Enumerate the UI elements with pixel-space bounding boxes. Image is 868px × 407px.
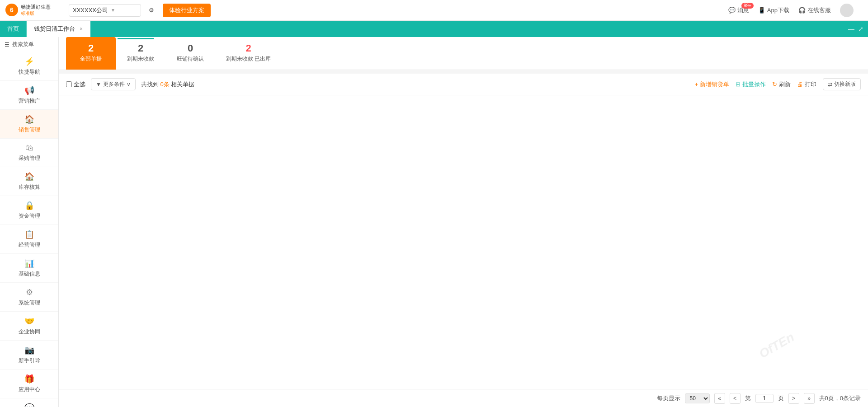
guide-icon: 📷: [24, 345, 34, 355]
expand-tab-icon[interactable]: ⤢: [858, 25, 863, 33]
page-number-input[interactable]: [755, 394, 774, 403]
page-size-select[interactable]: 50 100 200: [685, 393, 710, 403]
stats-tab-wangpu[interactable]: 0 旺铺待确认: [165, 37, 215, 70]
sidebar-label: 系统管理: [19, 299, 40, 307]
sidebar-item-wecom[interactable]: 💬 企业微信: [0, 398, 58, 407]
page-label: 第: [745, 394, 751, 402]
sidebar-item-operations[interactable]: 📋 经营管理: [0, 225, 58, 254]
finance-icon: 🔒: [24, 201, 34, 211]
menu-icon: ☰: [5, 42, 9, 48]
print-button[interactable]: 🖨 打印: [797, 80, 816, 89]
sidebar-item-app-center[interactable]: 🎁 应用中心: [0, 370, 58, 398]
sidebar: ☰ 搜索菜单 ⚡ 快捷导航 📢 营销推广 🏠 销售管理 🛍 采购管理 🏠 库存核…: [0, 37, 59, 407]
sidebar-item-enterprise[interactable]: 🤝 企业协同: [0, 312, 58, 341]
app-center-icon: 🎁: [24, 374, 34, 384]
sidebar-item-finance[interactable]: 🔒 资金管理: [0, 196, 58, 225]
page-unit: 页: [778, 394, 784, 402]
settings-icon[interactable]: ⚙: [145, 4, 158, 17]
sidebar-item-guide[interactable]: 📷 新手引导: [0, 341, 58, 370]
sidebar-label: 库存核算: [19, 183, 40, 191]
sidebar-label: 经营管理: [19, 241, 40, 249]
select-all-checkbox[interactable]: 全选: [66, 80, 85, 89]
select-all-label: 全选: [74, 80, 85, 89]
all-label: 全部单据: [80, 55, 102, 63]
switch-label: 切换新版: [834, 80, 856, 88]
system-icon: ⚙: [26, 287, 33, 297]
notification-badge: 99+: [741, 3, 754, 9]
chevron-down-icon: ▼: [111, 8, 115, 13]
company-name: XXXXXX公司: [73, 6, 108, 14]
sidebar-label: 快捷导航: [19, 68, 40, 76]
sidebar-label: 销售管理: [19, 126, 40, 134]
minimize-tab-icon[interactable]: —: [848, 25, 854, 33]
sidebar-item-basic-info[interactable]: 📊 基础信息: [0, 254, 58, 283]
top-header: 6 畅捷通好生意 标准版 XXXXXX公司 ▼ ⚙ 体验行业方案 💬 消息 99…: [0, 0, 868, 21]
content-area: 2 全部单据 2 到期未收款 0 旺铺待确认 2 到期未收款 已出库 全选: [59, 37, 868, 407]
switch-icon: ⇄: [828, 81, 832, 88]
tab-navigation: 首页 钱货日清工作台 × — ⤢: [0, 21, 868, 37]
total-records: 共0页，0条记录: [819, 394, 861, 402]
found-count: 0条: [160, 81, 170, 88]
prev-page-button[interactable]: <: [730, 393, 741, 404]
wangpu-count: 0: [188, 42, 193, 54]
sidebar-item-system[interactable]: ⚙ 系统管理: [0, 283, 58, 312]
next-page-button[interactable]: >: [788, 393, 799, 404]
sidebar-label: 应用中心: [19, 386, 40, 393]
app-download-button[interactable]: 📱 App下载: [758, 6, 789, 14]
stats-tab-all[interactable]: 2 全部单据: [66, 37, 116, 70]
trial-button[interactable]: 体验行业方案: [163, 4, 211, 17]
headset-icon: 🎧: [798, 7, 806, 14]
sidebar-label: 基础信息: [19, 270, 40, 278]
download-icon: 📱: [758, 7, 765, 14]
new-order-button[interactable]: + 新增销货单: [695, 80, 729, 89]
sidebar-label: 资金管理: [19, 212, 40, 220]
batch-operation-button[interactable]: ⊞ 批量操作: [736, 80, 766, 89]
switch-version-button[interactable]: ⇄ 切换新版: [823, 78, 861, 90]
toolbar-right: + 新增销货单 ⊞ 批量操作 ↻ 刷新 🖨 打印 ⇄ 切换新版: [695, 78, 861, 90]
overdue-count: 2: [138, 42, 143, 54]
refresh-button[interactable]: ↻ 刷新: [772, 80, 791, 89]
messages-button[interactable]: 💬 消息 99+: [728, 6, 749, 14]
stats-tab-overdue[interactable]: 2 到期未收款: [116, 37, 165, 70]
sidebar-label: 新手引导: [19, 357, 40, 365]
overdue-out-count: 2: [246, 42, 251, 54]
quick-nav-icon: ⚡: [24, 56, 34, 66]
sidebar-item-sales[interactable]: 🏠 销售管理: [0, 110, 58, 139]
first-page-button[interactable]: «: [714, 393, 725, 404]
message-icon: 💬: [728, 7, 736, 14]
operations-icon: 📋: [24, 229, 34, 239]
tab-close-icon[interactable]: ×: [80, 26, 83, 32]
tab-indicator: [118, 38, 154, 39]
select-all-input[interactable]: [66, 81, 72, 87]
filter-button[interactable]: ▼ 更多条件 ∨: [91, 78, 136, 90]
wecom-icon: 💬: [24, 403, 34, 407]
sidebar-item-marketing[interactable]: 📢 营销推广: [0, 81, 58, 110]
tab-home[interactable]: 首页: [0, 21, 27, 37]
company-selector[interactable]: XXXXXX公司 ▼: [69, 4, 141, 17]
sidebar-item-inventory[interactable]: 🏠 库存核算: [0, 167, 58, 196]
wangpu-label: 旺铺待确认: [177, 55, 204, 63]
page-size-label: 每页显示: [657, 394, 680, 402]
enterprise-icon: 🤝: [24, 316, 34, 326]
search-menu-label: 搜索菜单: [12, 41, 34, 48]
last-page-button[interactable]: »: [804, 393, 815, 404]
stats-tabs: 2 全部单据 2 到期未收款 0 旺铺待确认 2 到期未收款 已出库: [59, 37, 868, 70]
online-service-button[interactable]: 🎧 在线客服: [798, 6, 831, 14]
search-menu-button[interactable]: ☰ 搜索菜单: [0, 37, 58, 52]
sales-icon: 🏠: [24, 114, 34, 124]
sidebar-label: 企业协同: [19, 328, 40, 336]
found-text: 共找到 0条 相关单据: [141, 80, 194, 89]
filter-icon: ▼: [96, 81, 101, 88]
stats-tab-overdue-out[interactable]: 2 到期未收款 已出库: [215, 37, 282, 70]
sidebar-item-purchase[interactable]: 🛍 采购管理: [0, 139, 58, 167]
sidebar-item-quick-nav[interactable]: ⚡ 快捷导航: [0, 52, 58, 81]
pagination: 每页显示 50 100 200 « < 第 页 > » 共0页，0条记录: [59, 389, 868, 407]
marketing-icon: 📢: [24, 85, 34, 95]
app-name: 畅捷通好生意: [21, 4, 51, 10]
overdue-label: 到期未收款: [127, 55, 154, 63]
main-layout: ☰ 搜索菜单 ⚡ 快捷导航 📢 营销推广 🏠 销售管理 🛍 采购管理 🏠 库存核…: [0, 37, 868, 407]
table-area: [59, 95, 868, 389]
sidebar-label: 采购管理: [19, 154, 40, 162]
tab-qianhuoriqing[interactable]: 钱货日清工作台 ×: [27, 21, 90, 37]
avatar[interactable]: [840, 4, 854, 17]
